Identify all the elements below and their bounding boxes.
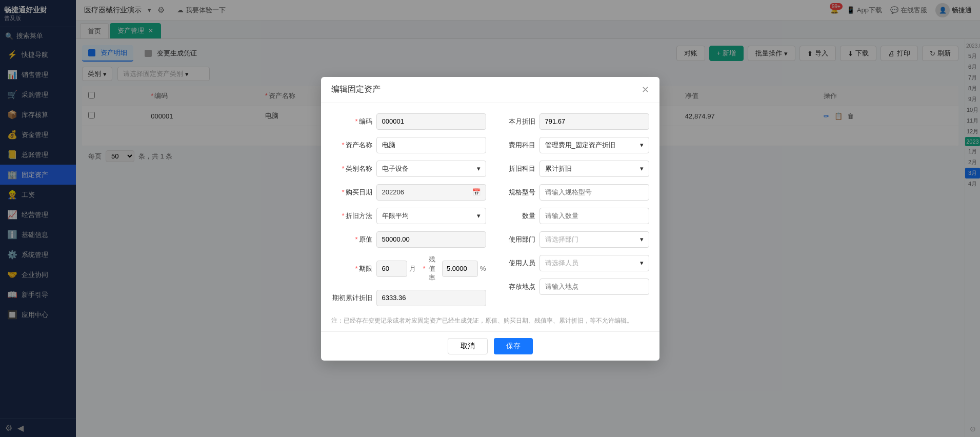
field-purchase-date: *购买日期 202206 📅 <box>331 184 486 201</box>
asset-name-label: *资产名称 <box>331 141 372 150</box>
modal-overlay: 编辑固定资产 ✕ *编码 *资产名称 <box>0 0 980 437</box>
edit-asset-modal: 编辑固定资产 ✕ *编码 *资产名称 <box>321 77 659 361</box>
dep-method-label: *折旧方法 <box>331 211 372 221</box>
monthly-dep-label: 本月折旧 <box>494 117 535 126</box>
dep-account-label: 折旧科目 <box>494 164 535 173</box>
field-monthly-dep: 本月折旧 <box>494 113 649 130</box>
initial-dep-input[interactable] <box>376 290 486 306</box>
modal-footer: 取消 保存 <box>321 331 659 361</box>
dept-dropdown-icon: ▾ <box>640 235 644 243</box>
code-label: *编码 <box>331 117 372 126</box>
expense-account-select[interactable]: 管理费用_固定资产折旧 ▾ <box>539 137 649 153</box>
original-value-label: *原值 <box>331 235 372 244</box>
dept-label: 使用部门 <box>494 235 535 244</box>
quantity-label: 数量 <box>494 211 535 221</box>
period-label: *期限 <box>331 264 372 273</box>
quantity-input[interactable] <box>539 208 649 224</box>
location-label: 存放地点 <box>494 282 535 291</box>
field-period-residual: *期限 月 * 残值率 % <box>331 255 486 283</box>
field-original-value: *原值 <box>331 231 486 248</box>
field-quantity: 数量 <box>494 208 649 224</box>
period-unit: 月 <box>409 264 416 273</box>
modal-close-button[interactable]: ✕ <box>642 84 649 95</box>
residual-rate-unit: % <box>480 265 486 272</box>
dep-method-dropdown-icon: ▾ <box>477 212 481 220</box>
personnel-dropdown-icon: ▾ <box>640 259 644 267</box>
dept-select[interactable]: 请选择部门 ▾ <box>539 231 649 248</box>
residual-rate-input[interactable] <box>442 261 478 277</box>
field-spec: 规格型号 <box>494 184 649 201</box>
asset-name-input[interactable] <box>376 137 486 153</box>
modal-header: 编辑固定资产 ✕ <box>321 77 659 103</box>
monthly-dep-input <box>539 113 649 130</box>
field-asset-name: *资产名称 <box>331 137 486 153</box>
original-value-input[interactable] <box>376 231 486 248</box>
modal-left-col: *编码 *资产名称 *类别名称 电子设备 <box>331 113 486 306</box>
category-dropdown-icon: ▾ <box>477 165 481 172</box>
purchase-date-label: *购买日期 <box>331 188 372 197</box>
dep-account-dropdown-icon: ▾ <box>640 165 644 172</box>
field-location: 存放地点 <box>494 279 649 295</box>
field-personnel: 使用人员 请选择人员 ▾ <box>494 255 649 271</box>
period-row: 月 * 残值率 % <box>376 255 486 283</box>
modal-body: *编码 *资产名称 *类别名称 电子设备 <box>321 103 659 316</box>
field-code: *编码 <box>331 113 486 130</box>
spec-input[interactable] <box>539 184 649 201</box>
cancel-button[interactable]: 取消 <box>448 338 488 354</box>
location-input[interactable] <box>539 279 649 295</box>
calendar-icon: 📅 <box>472 188 481 196</box>
expense-account-label: 费用科目 <box>494 141 535 150</box>
expense-account-dropdown-icon: ▾ <box>640 141 644 149</box>
dep-method-select[interactable]: 年限平均 ▾ <box>376 208 486 224</box>
field-initial-dep: 期初累计折旧 <box>331 290 486 306</box>
field-dep-account: 折旧科目 累计折旧 ▾ <box>494 161 649 177</box>
personnel-select[interactable]: 请选择人员 ▾ <box>539 255 649 271</box>
personnel-label: 使用人员 <box>494 259 535 268</box>
field-expense-account: 费用科目 管理费用_固定资产折旧 ▾ <box>494 137 649 153</box>
modal-right-col: 本月折旧 费用科目 管理费用_固定资产折旧 ▾ 折旧科目 累计折旧 <box>494 113 649 306</box>
initial-dep-label: 期初累计折旧 <box>331 293 372 303</box>
modal-note: 注：已经存在变更记录或者对应固定资产已经生成凭证，原值、购买日期、残值率、累计折… <box>321 316 659 331</box>
period-input[interactable] <box>376 261 407 277</box>
field-category: *类别名称 电子设备 ▾ <box>331 161 486 177</box>
residual-rate-label: 残值率 <box>429 255 440 283</box>
field-dept: 使用部门 请选择部门 ▾ <box>494 231 649 248</box>
modal-title: 编辑固定资产 <box>331 84 381 95</box>
category-label: *类别名称 <box>331 164 372 173</box>
code-input[interactable] <box>376 113 486 130</box>
category-select[interactable]: 电子设备 ▾ <box>376 161 486 177</box>
spec-label: 规格型号 <box>494 188 535 197</box>
save-button[interactable]: 保存 <box>494 338 533 354</box>
dep-account-select[interactable]: 累计折旧 ▾ <box>539 161 649 177</box>
purchase-date-input[interactable]: 202206 📅 <box>376 184 486 201</box>
field-dep-method: *折旧方法 年限平均 ▾ <box>331 208 486 224</box>
